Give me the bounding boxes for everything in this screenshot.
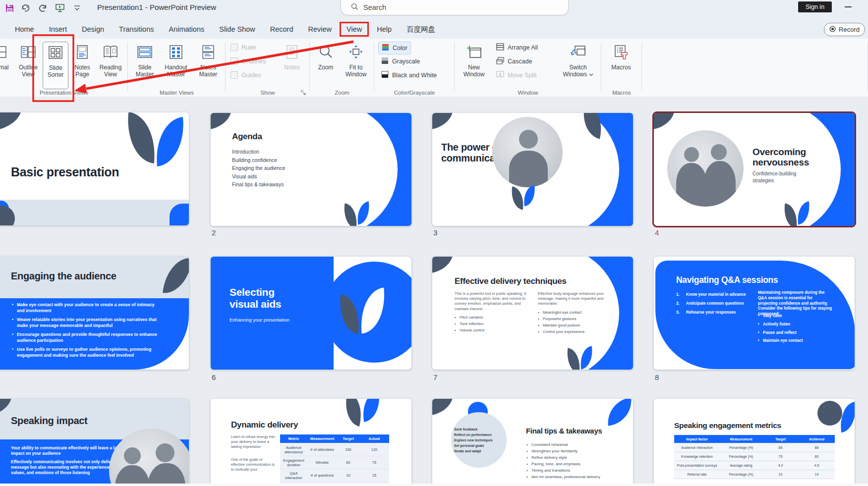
table-row: Audience attendance# of attendees150120 bbox=[280, 443, 389, 456]
ribbon-button-notes-master[interactable]: Notes Master bbox=[194, 42, 222, 89]
tab-insert[interactable]: Insert bbox=[49, 25, 67, 33]
table-cell: 85 bbox=[762, 443, 799, 452]
ribbon-button-macros[interactable]: Macros bbox=[606, 42, 636, 89]
ribbon-button-grayscale[interactable]: Grayscale bbox=[378, 55, 423, 67]
ribbon-button-new-window[interactable]: New Window bbox=[459, 42, 489, 89]
black-and-white-icon bbox=[381, 71, 389, 80]
list-item: Reflect on performance bbox=[454, 432, 504, 437]
slide-thumbnail-7[interactable]: Effective delivery techniques This is a … bbox=[432, 257, 633, 370]
table-cell: Post-presentation surveys bbox=[674, 461, 720, 470]
slide-title: Agenda bbox=[232, 132, 262, 141]
ribbon-button-zoom[interactable]: Zoom bbox=[313, 42, 339, 89]
tab-transitions[interactable]: Transitions bbox=[119, 25, 154, 33]
undo-icon[interactable] bbox=[21, 2, 32, 13]
tab-view[interactable]: View bbox=[340, 22, 369, 37]
ribbon-button-color[interactable]: Color bbox=[378, 42, 411, 54]
sign-in-button[interactable]: Sign in bbox=[798, 1, 832, 12]
ribbon-button-slide-sorter[interactable]: Slide Sorter bbox=[43, 42, 68, 89]
search-input[interactable]: Search bbox=[341, 0, 569, 15]
ribbon-button-fit-to-window[interactable]: Fit to Window bbox=[341, 42, 371, 89]
slide-thumbnail-12[interactable]: Speaking engagement metrics Impact facto… bbox=[654, 399, 855, 486]
table-cell: 10 bbox=[337, 469, 359, 482]
table-cell: Q&A interaction bbox=[280, 469, 307, 482]
tab-design[interactable]: Design bbox=[82, 25, 104, 33]
group-label-zoom: Zoom bbox=[310, 90, 374, 96]
slide-thumbnail-3[interactable]: The power of communication bbox=[432, 113, 633, 226]
list-item: Introduction bbox=[232, 148, 285, 156]
record-button[interactable]: Record bbox=[824, 23, 865, 36]
save-icon[interactable] bbox=[4, 2, 15, 13]
slide-thumbnail-10[interactable]: Dynamic delivery Learn to infuse energy … bbox=[211, 399, 411, 486]
slide-column-list: •Stay calm•Actively listen•Pause and ref… bbox=[758, 313, 832, 346]
list-item: •Maintain good posture bbox=[538, 322, 612, 328]
group-label-master-views: Master Views bbox=[128, 90, 226, 96]
group-master-views: Slide Master Handout Master Notes Master… bbox=[128, 39, 226, 97]
fit-to-window-icon bbox=[348, 45, 364, 61]
tab-baidu-netdisk[interactable]: 百度网盘 bbox=[406, 25, 435, 34]
slide-photo bbox=[492, 117, 563, 187]
slide-circle-list: Seek feedbackReflect on performanceExplo… bbox=[454, 427, 504, 454]
slide-subtitle: Confidence-building strategies bbox=[752, 170, 817, 184]
slide-intro: One of the goals of effective communicat… bbox=[231, 457, 277, 472]
table-cell: Engagement duration bbox=[280, 456, 307, 469]
list-item: Set personal goals bbox=[454, 443, 504, 448]
decorative-leaf bbox=[605, 399, 633, 426]
table-cell: Percentage (%) bbox=[720, 470, 762, 479]
notes-master-icon bbox=[201, 45, 215, 61]
redo-icon[interactable] bbox=[38, 2, 49, 13]
slide-subtitle: Enhancing your presentation bbox=[230, 317, 289, 323]
list-item: •Control your expressions bbox=[538, 328, 612, 335]
slide-thumbnail-9[interactable]: Speaking impact Your ability to communic… bbox=[0, 399, 189, 486]
table-cell: # of attendees bbox=[307, 443, 337, 456]
slide-paragraph: Your ability to communicate effectively … bbox=[11, 445, 127, 456]
slide-thumbnail-2[interactable]: Agenda IntroductionBuilding confidenceEn… bbox=[211, 113, 411, 226]
group-window: New Window Arrange All Cascade Move Spli… bbox=[455, 39, 601, 97]
slide-number-7: 7 bbox=[433, 373, 437, 381]
table-cell: Referral rate bbox=[674, 470, 720, 479]
table-cell: 88 bbox=[799, 443, 835, 452]
ribbon-button-notes: Notes bbox=[279, 42, 305, 89]
tab-home[interactable]: Home bbox=[15, 25, 34, 33]
ribbon-button-slide-master[interactable]: Slide Master bbox=[131, 42, 159, 89]
ribbon-button-normal[interactable]: Normal bbox=[0, 42, 13, 89]
ribbon-button-arrange-all[interactable]: Arrange All bbox=[493, 42, 541, 54]
ribbon-button-switch-windows[interactable]: Switch Windows bbox=[558, 42, 598, 89]
table-cell: # of questions bbox=[307, 469, 337, 482]
table-row: Q&A interaction# of questions1015 bbox=[280, 469, 389, 482]
list-item: Seek feedback bbox=[454, 427, 504, 432]
customize-toolbar-icon[interactable] bbox=[71, 2, 82, 13]
slide-thumbnail-5[interactable]: Engaging the audience •Make eye contact … bbox=[0, 257, 189, 370]
tab-record[interactable]: Record bbox=[270, 25, 293, 33]
start-slideshow-icon[interactable] bbox=[55, 2, 65, 13]
slide-title: Speaking impact bbox=[11, 415, 87, 426]
slide-thumbnail-4[interactable]: Overcoming nervousness Confidence-buildi… bbox=[654, 113, 855, 226]
table-cell: Percentage (%) bbox=[720, 443, 762, 452]
ribbon-button-cascade[interactable]: Cascade bbox=[493, 55, 535, 67]
record-dot-icon bbox=[829, 26, 836, 34]
ribbon-button-outline-view[interactable]: Outline View bbox=[14, 42, 43, 89]
list-item: Engaging the audience bbox=[232, 164, 285, 172]
slide-number-3: 3 bbox=[433, 228, 437, 237]
table-cell: 15 bbox=[359, 469, 389, 482]
minimize-button[interactable] bbox=[845, 6, 852, 7]
slide-thumbnail-8[interactable]: Navigating Q&A sessions 1.Know your mate… bbox=[654, 257, 855, 370]
slide-body-list: •Consistent rehearsal•Strengthen your fa… bbox=[526, 441, 611, 480]
guides-checkbox-icon bbox=[231, 71, 238, 79]
ribbon-button-handout-master[interactable]: Handout Master bbox=[160, 42, 192, 89]
tab-animations[interactable]: Animations bbox=[169, 25, 204, 33]
list-item: •Purposeful gestures bbox=[538, 316, 612, 322]
tab-review[interactable]: Review bbox=[308, 25, 332, 33]
table-cell: Knowledge retention bbox=[674, 452, 720, 461]
slide-thumbnail-11[interactable]: Seek feedbackReflect on performanceExplo… bbox=[432, 399, 633, 486]
table-header-cell: Target bbox=[337, 434, 359, 443]
tab-slide-show[interactable]: Slide Show bbox=[219, 25, 255, 33]
slide-intro: Learn to infuse energy into your deliver… bbox=[231, 434, 277, 449]
tab-help[interactable]: Help bbox=[377, 25, 392, 33]
ribbon-button-notes-page[interactable]: Notes Page bbox=[69, 42, 95, 89]
ribbon-button-black-and-white[interactable]: Black and White bbox=[378, 69, 440, 81]
ribbon-button-reading-view[interactable]: Reading View bbox=[96, 42, 125, 89]
slide-thumbnail-1[interactable]: Basic presentation bbox=[0, 112, 189, 225]
list-item: 2.Anticipate common questions bbox=[676, 300, 753, 307]
slide-thumbnail-6[interactable]: Selecting visual aids Enhancing your pre… bbox=[211, 257, 411, 370]
slide-master-icon bbox=[137, 45, 153, 61]
